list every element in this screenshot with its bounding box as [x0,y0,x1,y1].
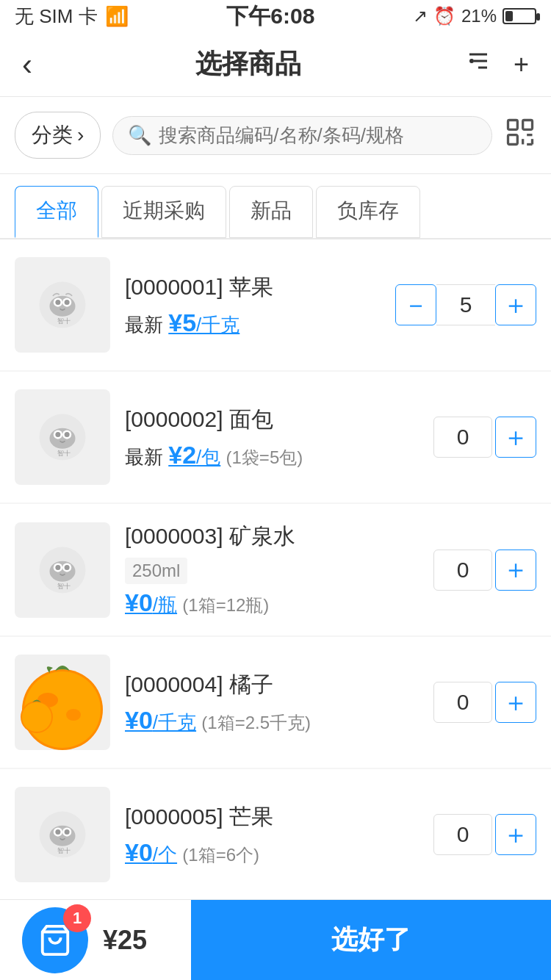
qty-control: ＋ [433,814,536,855]
svg-text:智十: 智十 [57,450,71,457]
product-info: [0000001] 苹果 最新 ¥5/千克 [125,273,381,338]
product-info: [0000003] 矿泉水 250ml ¥0/瓶 (1箱=12瓶) [125,522,419,618]
status-left: 无 SIM 卡 📶 [15,4,129,29]
qty-control: － ＋ [395,284,536,325]
svg-text:智十: 智十 [57,847,71,854]
product-item: 智十 [0000005] 芒果 ¥0/个 (1箱=6个) ＋ [0,769,551,900]
svg-point-30 [55,565,60,570]
product-item: 智十 [0000003] 矿泉水 250ml ¥0/瓶 (1箱=12瓶) ＋ [0,504,551,635]
qty-control: ＋ [433,550,536,591]
product-image: 智十 [15,787,110,882]
confirm-button[interactable]: 选好了 [191,900,551,981]
product-image: 智十 [15,389,110,485]
cart-badge: 1 [63,904,91,932]
svg-rect-6 [508,134,518,144]
qty-control: ＋ [433,417,536,458]
nav-right: + [465,48,529,81]
page-title: 选择商品 [195,46,301,82]
battery-icon [503,8,536,24]
product-image: 智十 [15,257,110,353]
qty-decrease-button[interactable]: － [395,284,436,325]
category-chevron: › [77,123,84,147]
product-spec: 250ml [125,558,187,584]
svg-rect-5 [523,120,533,129]
product-price: 最新 ¥2/包 (1袋=5包) [125,441,419,470]
product-price: 最新 ¥5/千克 [125,309,381,338]
search-icon: 🔍 [128,124,151,147]
cart-total: ¥25 [103,925,147,956]
qty-input[interactable] [433,550,492,591]
svg-point-31 [65,565,70,570]
cart-icon-wrap[interactable]: 1 [22,907,88,973]
product-name: [0000001] 苹果 [125,273,381,303]
tab-negative[interactable]: 负库存 [316,186,420,238]
search-box: 🔍 [112,116,492,155]
category-button[interactable]: 分类 › [15,112,101,159]
qty-control: ＋ [433,682,536,723]
product-item: 智十 [0000002] 面包 最新 ¥2/包 (1袋=5包) ＋ [0,372,551,502]
svg-text:智十: 智十 [57,582,71,589]
svg-point-38 [22,702,51,732]
carrier-text: 无 SIM 卡 [15,4,98,29]
svg-point-13 [50,296,76,317]
filter-icon[interactable] [465,48,491,81]
cart-area: 1 ¥25 [0,907,191,973]
category-label: 分类 [32,121,73,149]
svg-point-27 [50,561,76,581]
product-price: ¥0/瓶 (1箱=12瓶) [125,588,419,618]
nav-bar: ‹ 选择商品 + [0,32,551,97]
scan-button[interactable] [504,116,536,155]
svg-point-16 [55,300,60,305]
product-name: [0000004] 橘子 [125,670,419,700]
svg-rect-4 [508,120,518,129]
product-name: [0000003] 矿泉水 [125,522,419,552]
qty-input[interactable] [433,814,492,855]
nav-left: ‹ [22,47,32,82]
product-price: ¥0/个 (1箱=6个) [125,838,419,868]
status-bar: 无 SIM 卡 📶 下午6:08 ↗ ⏰ 21% [0,0,551,32]
alarm-icon: ⏰ [433,6,455,26]
product-item: 智十 [0000001] 苹果 最新 ¥5/千克 － ＋ [0,239,551,370]
tab-recent[interactable]: 近期采购 [101,186,226,238]
product-info: [0000002] 面包 最新 ¥2/包 (1袋=5包) [125,405,419,470]
status-right: ↗ ⏰ 21% [413,6,536,26]
add-icon[interactable]: + [514,49,529,80]
qty-increase-button[interactable]: ＋ [495,550,536,591]
svg-point-43 [55,829,60,835]
svg-text:智十: 智十 [57,317,71,325]
product-info: [0000004] 橘子 ¥0/千克 (1箱=2.5千克) [125,670,419,735]
tab-all[interactable]: 全部 [15,186,98,238]
status-time: 下午6:08 [226,1,314,32]
product-name: [0000005] 芒果 [125,802,419,832]
svg-point-20 [50,428,76,449]
back-button[interactable]: ‹ [22,47,32,82]
product-info: [0000005] 芒果 ¥0/个 (1箱=6个) [125,802,419,868]
qty-input[interactable] [433,682,492,723]
svg-point-36 [66,709,81,721]
location-icon: ↗ [413,6,428,26]
wifi-icon: 📶 [105,5,129,28]
product-item: [0000004] 橘子 ¥0/千克 (1箱=2.5千克) ＋ [0,637,551,768]
qty-increase-button[interactable]: ＋ [495,284,536,325]
filter-bar: 分类 › 🔍 [0,97,551,174]
product-list: 智十 [0000001] 苹果 最新 ¥5/千克 － ＋ [0,239,551,980]
product-image [15,655,110,750]
svg-point-17 [65,300,70,305]
search-input[interactable] [159,124,477,147]
qty-input[interactable] [436,284,495,325]
svg-point-23 [55,432,60,437]
tab-bar: 全部 近期采购 新品 负库存 [0,174,551,239]
product-image: 智十 [15,522,110,618]
qty-input[interactable] [433,417,492,458]
svg-point-24 [65,432,70,437]
product-name: [0000002] 面包 [125,405,419,435]
product-price: ¥0/千克 (1箱=2.5千克) [125,706,419,735]
battery-percent: 21% [461,6,497,26]
svg-point-3 [469,59,474,63]
tab-new[interactable]: 新品 [229,186,313,238]
qty-increase-button[interactable]: ＋ [495,814,536,855]
qty-increase-button[interactable]: ＋ [495,417,536,458]
bottom-bar: 1 ¥25 选好了 [0,899,551,980]
svg-point-40 [50,826,76,846]
qty-increase-button[interactable]: ＋ [495,682,536,723]
